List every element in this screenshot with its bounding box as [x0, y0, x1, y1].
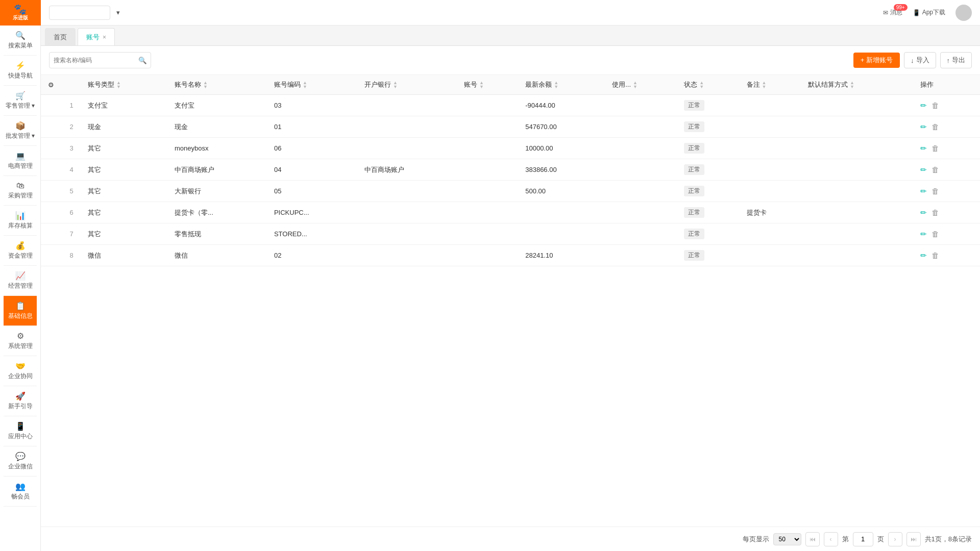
delete-button[interactable]: 🗑 — [932, 230, 939, 238]
row-name: moneybosx — [168, 138, 268, 159]
column-usage-header[interactable]: 使用...▲▼ — [606, 75, 678, 95]
delete-button[interactable]: 🗑 — [932, 101, 939, 110]
delete-button[interactable]: 🗑 — [932, 251, 939, 260]
row-checkbox-cell[interactable] — [41, 95, 61, 116]
delete-button[interactable]: 🗑 — [932, 122, 939, 131]
row-checkbox-cell[interactable] — [41, 223, 61, 245]
edit-button[interactable]: ✏ — [920, 187, 927, 196]
last-page-button[interactable]: ⏭ — [906, 532, 921, 546]
row-checkbox-cell[interactable] — [41, 245, 61, 266]
topbar-search-input[interactable] — [49, 6, 110, 20]
row-checkbox-cell[interactable] — [41, 159, 61, 181]
row-remark — [741, 95, 802, 116]
column-bank-header[interactable]: 开户银行▲▼ — [358, 75, 458, 95]
search-button[interactable]: 🔍 — [134, 52, 151, 68]
tab-账号[interactable]: 账号× — [78, 28, 115, 45]
row-bank — [358, 138, 458, 159]
row-name: 零售抵现 — [168, 223, 268, 245]
sidebar-icon: 📱 — [6, 421, 35, 431]
sidebar-item-电商管理[interactable]: 💻电商管理 — [4, 146, 37, 176]
row-name: 提货卡（零... — [168, 202, 268, 223]
column-account-header[interactable]: 账号▲▼ — [458, 75, 519, 95]
row-balance: 547670.00 — [519, 116, 606, 138]
delete-button[interactable]: 🗑 — [932, 208, 939, 217]
sidebar-item-企业协同[interactable]: 🤝企业协同 — [4, 356, 37, 386]
page-suffix: 页 — [877, 535, 884, 544]
next-page-button[interactable]: › — [888, 532, 902, 546]
column-default-pay-header[interactable]: 默认结算方式▲▼ — [802, 75, 914, 95]
sidebar-item-新手引导[interactable]: 🚀新手引导 — [4, 386, 37, 416]
column-type-header[interactable]: 账号类型▲▼ — [82, 75, 168, 95]
row-default-pay — [802, 202, 914, 223]
row-balance: 383866.00 — [519, 159, 606, 181]
account-search-input[interactable] — [50, 57, 134, 64]
edit-button[interactable]: ✏ — [920, 101, 927, 110]
edit-button[interactable]: ✏ — [920, 144, 927, 153]
edit-button[interactable]: ✏ — [920, 230, 927, 239]
export-button[interactable]: ↑ 导出 — [940, 52, 972, 68]
add-account-button[interactable]: + 新增账号 — [853, 53, 900, 68]
edit-button[interactable]: ✏ — [920, 251, 927, 260]
row-number: 2 — [61, 116, 82, 138]
first-page-button[interactable]: ⏮ — [805, 532, 820, 546]
sidebar-item-企业微信[interactable]: 💬企业微信 — [4, 446, 37, 477]
row-default-pay — [802, 223, 914, 245]
sidebar-item-批发管理[interactable]: 📦批发管理 ▾ — [4, 116, 37, 146]
column-settings-header[interactable]: ⚙ — [41, 75, 61, 95]
row-code: PICKUPC... — [268, 202, 358, 223]
column-code-header[interactable]: 账号编码▲▼ — [268, 75, 358, 95]
row-code: 01 — [268, 116, 358, 138]
row-checkbox-cell[interactable] — [41, 138, 61, 159]
column-status-header[interactable]: 状态▲▼ — [678, 75, 740, 95]
search-icon: 🔍 — [138, 57, 147, 64]
row-checkbox-cell[interactable] — [41, 202, 61, 223]
status-badge: 正常 — [684, 100, 704, 111]
sidebar-icon: ⚡ — [6, 61, 35, 70]
edit-button[interactable]: ✏ — [920, 208, 927, 217]
row-code: STORED... — [268, 223, 358, 245]
sidebar-item-应用中心[interactable]: 📱应用中心 — [4, 416, 37, 446]
app-download-button[interactable]: 📱 App下载 — [913, 8, 945, 17]
sidebar-item-采购管理[interactable]: 🛍采购管理 — [4, 176, 37, 206]
page-number-input[interactable] — [853, 532, 873, 546]
sidebar-item-系统管理[interactable]: ⚙系统管理 — [4, 326, 37, 356]
edit-button[interactable]: ✏ — [920, 165, 927, 174]
sidebar-icon: 🚀 — [6, 391, 35, 401]
sidebar-item-经营管理[interactable]: 📈经营管理 — [4, 266, 37, 296]
row-checkbox-cell[interactable] — [41, 116, 61, 138]
account-table-wrapper: ⚙ 账号类型▲▼ 账号名称▲▼ 账号编码▲▼ 开户银行▲▼ 账号▲▼ 最新余额▲… — [41, 75, 980, 527]
delete-button[interactable]: 🗑 — [932, 144, 939, 153]
sidebar-item-资金管理[interactable]: 💰资金管理 — [4, 236, 37, 266]
tab-close-icon[interactable]: × — [103, 34, 106, 40]
row-number: 8 — [61, 245, 82, 266]
per-page-select[interactable]: 50 20 100 — [773, 533, 801, 545]
page-label: 第 — [842, 535, 849, 544]
user-avatar[interactable] — [955, 5, 972, 21]
row-checkbox-cell[interactable] — [41, 181, 61, 202]
row-actions: ✏ 🗑 — [914, 95, 980, 116]
sidebar-item-基础信息[interactable]: 📋基础信息 — [4, 296, 37, 326]
topbar-dropdown[interactable]: ▾ — [116, 9, 120, 16]
sidebar-icon: ⚙ — [6, 331, 35, 341]
delete-button[interactable]: 🗑 — [932, 187, 939, 195]
sidebar-item-零售管理[interactable]: 🛒零售管理 ▾ — [4, 86, 37, 116]
column-number-header — [61, 75, 82, 95]
sidebar-item-畅会员[interactable]: 👥畅会员 — [4, 477, 37, 507]
prev-page-button[interactable]: ‹ — [824, 532, 838, 546]
row-type: 其它 — [82, 138, 168, 159]
tab-首页[interactable]: 首页 — [45, 28, 76, 45]
edit-button[interactable]: ✏ — [920, 122, 927, 132]
delete-button[interactable]: 🗑 — [932, 165, 939, 174]
import-button[interactable]: ↓ 导入 — [904, 52, 936, 68]
column-balance-header[interactable]: 最新余额▲▼ — [519, 75, 606, 95]
sidebar-item-库存核算[interactable]: 📊库存核算 — [4, 206, 37, 236]
row-account — [458, 181, 519, 202]
row-name: 中百商场账户 — [168, 159, 268, 181]
topbar-message-button[interactable]: ✉ 消息 99+ — [883, 8, 902, 17]
row-usage — [606, 223, 678, 245]
column-name-header[interactable]: 账号名称▲▼ — [168, 75, 268, 95]
column-remark-header[interactable]: 备注▲▼ — [741, 75, 802, 95]
import-icon: ↓ — [911, 57, 914, 64]
sidebar-item-快捷导航[interactable]: ⚡快捷导航 — [4, 56, 37, 86]
sidebar-item-搜索菜单[interactable]: 🔍搜索菜单 — [4, 26, 37, 56]
